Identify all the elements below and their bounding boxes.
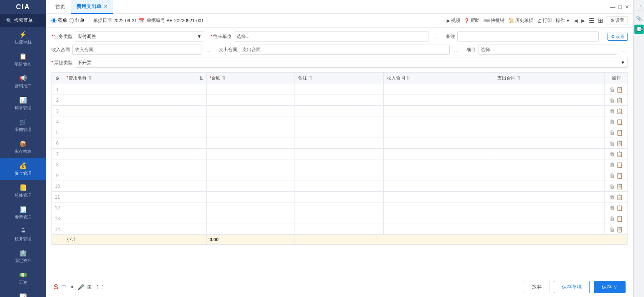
row-expense-contract-12[interactable]	[494, 202, 604, 213]
row-expense-name-5[interactable]	[63, 127, 196, 138]
row-expense-contract-1[interactable]	[494, 84, 604, 95]
row-income-contract-11[interactable]	[383, 192, 494, 202]
row-amount-8[interactable]	[206, 159, 295, 170]
sidebar-item-payroll[interactable]: 💵 工资	[0, 267, 46, 289]
row-amount-1[interactable]	[206, 84, 295, 95]
close-window-btn[interactable]: ✕	[625, 4, 629, 10]
history-btn[interactable]: 📜 历史单据	[508, 17, 533, 24]
row-expense-contract-9[interactable]	[494, 170, 604, 181]
right-panel-chat-icon[interactable]: 💬	[634, 25, 644, 34]
sort-icon[interactable]: ⇅	[88, 75, 92, 81]
expense-sort-icon[interactable]: ⇅	[517, 75, 521, 81]
income-contract-input[interactable]	[72, 45, 202, 55]
row-expense-name-1[interactable]	[63, 84, 196, 95]
row-amount-9[interactable]	[206, 170, 295, 181]
row-remark-12[interactable]	[295, 202, 384, 213]
sidebar-item-tax[interactable]: 🏛 税务管理	[0, 224, 46, 246]
save-button[interactable]: 保存 ∨	[594, 281, 626, 293]
sidebar-item-marketing[interactable]: 📢 营销推广	[0, 71, 46, 93]
row-copy-icon-1[interactable]: 📋	[616, 86, 623, 93]
row-delete-icon-3[interactable]: 🗑	[609, 108, 615, 114]
income-sort-icon[interactable]: ⇅	[406, 75, 410, 81]
row-delete-icon-5[interactable]: 🗑	[609, 129, 615, 136]
blue-radio[interactable]	[51, 18, 56, 23]
row-copy-icon-5[interactable]: 📋	[616, 129, 623, 136]
sidebar-item-inventory[interactable]: 📦 库存核算	[0, 136, 46, 158]
row-delete-icon-1[interactable]: 🗑	[609, 86, 615, 93]
tab-home[interactable]: 首页	[50, 0, 71, 14]
sidebar-item-project-contract[interactable]: 📋 项目合同	[0, 49, 46, 71]
row-delete-icon-8[interactable]: 🗑	[609, 162, 615, 168]
row-expense-contract-10[interactable]	[494, 181, 604, 192]
sidebar-item-invoice[interactable]: 🧾 发票管理	[0, 202, 46, 224]
right-panel-doc-icon[interactable]: 📄	[634, 3, 644, 12]
row-remark-7[interactable]	[295, 149, 384, 159]
row-copy-icon-12[interactable]: 📋	[616, 205, 623, 211]
row-remark-6[interactable]	[295, 138, 384, 149]
row-amount-10[interactable]	[206, 181, 295, 192]
row-delete-icon-9[interactable]: 🗑	[609, 173, 615, 179]
row-expense-contract-13[interactable]	[494, 213, 604, 224]
row-expense-contract-2[interactable]	[494, 95, 604, 106]
row-copy-icon-2[interactable]: 📋	[616, 97, 623, 103]
sidebar-item-quick-nav[interactable]: ⚡ 快捷导航	[0, 27, 46, 49]
red-radio[interactable]	[69, 18, 74, 23]
row-amount-11[interactable]	[206, 192, 295, 202]
row-income-contract-9[interactable]	[383, 170, 494, 181]
right-panel-attach-icon[interactable]: 📎	[634, 14, 644, 23]
row-remark-10[interactable]	[295, 181, 384, 192]
row-delete-icon-4[interactable]: 🗑	[609, 119, 615, 125]
row-amount-6[interactable]	[206, 138, 295, 149]
amount-sort-icon[interactable]: ⇅	[222, 75, 226, 81]
row-remark-11[interactable]	[295, 192, 384, 202]
row-income-contract-3[interactable]	[383, 106, 494, 116]
row-delete-icon-11[interactable]: 🗑	[609, 194, 615, 200]
row-expense-name-7[interactable]	[63, 149, 196, 159]
row-income-contract-6[interactable]	[383, 138, 494, 149]
row-remark-4[interactable]	[295, 116, 384, 127]
sidebar-item-ledger[interactable]: 📒 总账管理	[0, 180, 46, 202]
business-type-select[interactable]: 应付调整 ▼	[75, 32, 204, 41]
row-remark-13[interactable]	[295, 213, 384, 224]
sidebar-item-purchase[interactable]: 🛒 采购管理	[0, 114, 46, 136]
row-copy-icon-7[interactable]: 📋	[616, 151, 623, 157]
minimize-btn[interactable]: —	[610, 4, 616, 10]
maximize-btn[interactable]: □	[619, 4, 622, 10]
row-expense-name-14[interactable]	[63, 224, 196, 235]
row-expense-contract-11[interactable]	[494, 192, 604, 202]
video-btn[interactable]: ▶ 视频	[447, 17, 460, 24]
row-expense-contract-7[interactable]	[494, 149, 604, 159]
row-income-contract-12[interactable]	[383, 202, 494, 213]
row-expense-name-2[interactable]	[63, 95, 196, 106]
row-copy-icon-8[interactable]: 📋	[616, 162, 623, 168]
row-income-contract-7[interactable]	[383, 149, 494, 159]
row-amount-4[interactable]	[206, 116, 295, 127]
row-expense-contract-8[interactable]	[494, 159, 604, 170]
help-btn[interactable]: ❓ 帮助	[464, 17, 480, 24]
row-income-contract-14[interactable]	[383, 224, 494, 235]
partner-more-btn[interactable]: …	[431, 33, 440, 40]
row-expense-contract-6[interactable]	[494, 138, 604, 149]
row-income-contract-2[interactable]	[383, 95, 494, 106]
row-amount-5[interactable]	[206, 127, 295, 138]
tab-close-icon[interactable]: ✕	[104, 4, 108, 9]
tab-expense[interactable]: 费用支出单 ✕	[71, 0, 113, 14]
sidebar-item-sales[interactable]: 📊 销售管理	[0, 93, 46, 114]
sidebar-item-search[interactable]: 🔍 搜索菜单	[0, 14, 46, 27]
row-delete-icon-7[interactable]: 🗑	[609, 151, 615, 157]
row-expense-contract-14[interactable]	[494, 224, 604, 235]
row-income-contract-1[interactable]	[383, 84, 494, 95]
row-expense-name-12[interactable]	[63, 202, 196, 213]
project-input[interactable]	[478, 45, 617, 55]
row-amount-2[interactable]	[206, 95, 295, 106]
invoice-type-select[interactable]: 不开票 ▼	[75, 58, 628, 68]
row-amount-7[interactable]	[206, 149, 295, 159]
row-copy-icon-3[interactable]: 📋	[616, 108, 623, 114]
row-copy-icon-9[interactable]: 📋	[616, 173, 623, 179]
row-expense-name-9[interactable]	[63, 170, 196, 181]
row-delete-icon-10[interactable]: 🗑	[609, 183, 615, 189]
row-expense-contract-5[interactable]	[494, 127, 604, 138]
income-contract-more-btn[interactable]: …	[204, 46, 213, 53]
expense-contract-more-btn[interactable]: …	[452, 46, 460, 53]
view-grid-btn[interactable]: ⊞	[598, 17, 603, 24]
